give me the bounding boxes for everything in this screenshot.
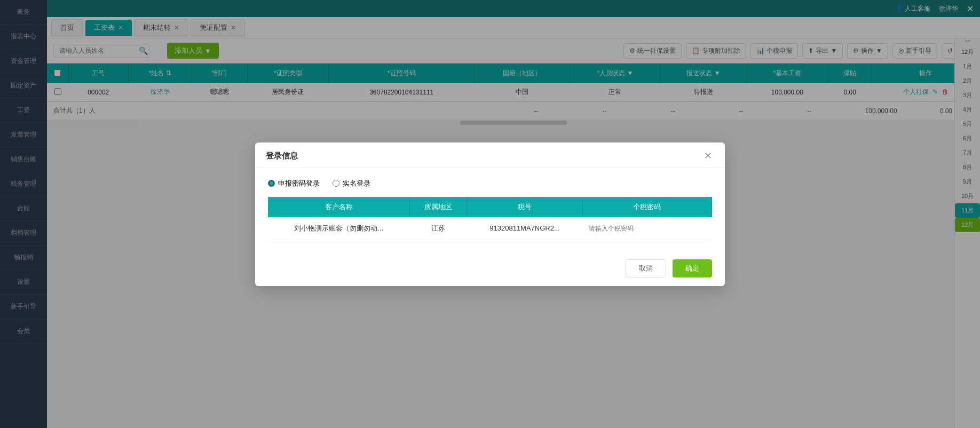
dialog-col-tax-number: 税号 <box>467 197 582 217</box>
radio-password-login[interactable]: 申报密码登录 <box>268 179 320 188</box>
radio-realname-input[interactable] <box>333 180 339 187</box>
dialog-footer: 取消 确定 <box>255 251 725 286</box>
dialog-cell-client-name: 刘小艳演示账套（勿删勿动... <box>268 217 410 240</box>
dialog-cell-region: 江苏 <box>410 217 467 240</box>
dialog-col-tax-password: 个税密码 <box>582 197 712 217</box>
dialog-cell-tax-number: 91320811MA7NGR2... <box>467 217 582 240</box>
radio-realname-login[interactable]: 实名登录 <box>333 179 370 188</box>
dialog-table-header: 客户名称 所属地区 税号 个税密码 <box>268 197 712 217</box>
dialog-cell-tax-password[interactable] <box>582 217 712 240</box>
dialog-table-row: 刘小艳演示账套（勿删勿动... 江苏 91320811MA7NGR2... <box>268 217 712 240</box>
login-type-radio-group: 申报密码登录 实名登录 <box>268 179 712 188</box>
dialog-title: 登录信息 <box>266 151 298 161</box>
dialog-client-table: 客户名称 所属地区 税号 个税密码 刘小艳演示账套（勿删勿动... 江苏 913… <box>268 197 712 240</box>
dialog-header: 登录信息 ✕ <box>255 142 725 168</box>
dialog-col-region: 所属地区 <box>410 197 467 217</box>
dialog-col-client-name: 客户名称 <box>268 197 410 217</box>
dialog-overlay: 登录信息 ✕ 申报密码登录 实名登录 客户名称 所属地区 <box>0 0 980 428</box>
confirm-button[interactable]: 确定 <box>673 259 712 278</box>
radio-password-input[interactable] <box>268 180 275 187</box>
dialog-close-button[interactable]: ✕ <box>702 151 714 161</box>
login-dialog: 登录信息 ✕ 申报密码登录 实名登录 客户名称 所属地区 <box>255 142 725 286</box>
cancel-button[interactable]: 取消 <box>626 259 666 278</box>
dialog-body: 申报密码登录 实名登录 客户名称 所属地区 税号 个税密码 <box>255 168 725 251</box>
tax-password-input[interactable] <box>589 225 705 232</box>
